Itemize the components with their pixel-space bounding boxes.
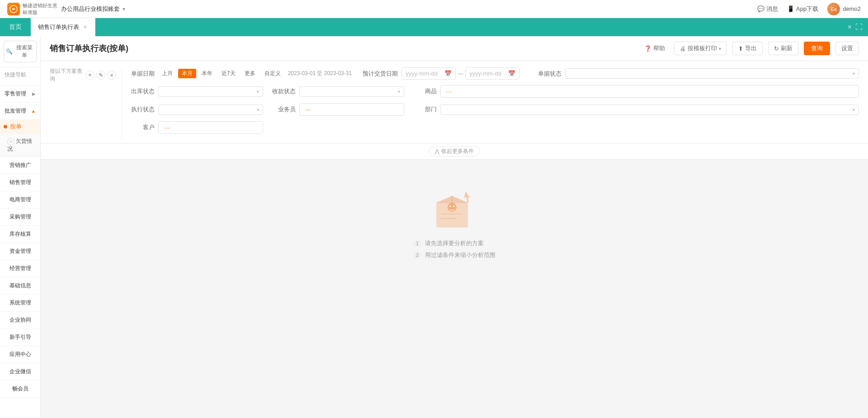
download-icon: 📱: [787, 5, 794, 12]
search-button[interactable]: 查询: [804, 42, 830, 55]
help-icon: ❓: [644, 45, 651, 52]
filter-panel: 按以下方案查询 + ✎ « 单据日期 上月: [41, 61, 868, 143]
sidebar-item-retail[interactable]: 零售管理 ▶: [0, 86, 40, 103]
filter-field-date: 单据日期 上月 本月 本年 近7天 更多 自定义 2023-03-01 至 20…: [127, 69, 352, 78]
sidebar-item-system[interactable]: 系统管理: [0, 294, 40, 312]
collapse-icon: ⋀: [435, 148, 439, 155]
sidebar-item-label: 零售管理: [5, 90, 26, 98]
page-actions: ❓ 帮助 🖨 按模板打印 ▾ ⬆ 导出 ↻ 刷新 查询: [641, 42, 859, 55]
filter-field-goods: 商品 ···: [410, 85, 859, 98]
sidebar-item-marketing[interactable]: 营销推广: [0, 157, 40, 174]
filter-field-salesperson: 业务员 ···: [269, 103, 404, 116]
order-status-dropdown[interactable]: ▾: [565, 68, 859, 79]
expected-date-end[interactable]: yyyy-mm-dd 📅: [465, 67, 519, 80]
goods-more-icon[interactable]: ···: [446, 88, 452, 95]
tab-bar-right: × ⛶: [842, 18, 868, 36]
tip-number-1: 1: [413, 239, 421, 247]
sidebar-item-basics[interactable]: 基础信息: [0, 277, 40, 294]
breadcrumb-arrow[interactable]: ▾: [123, 6, 125, 12]
sidebar-item-purchase[interactable]: 采购管理: [0, 209, 40, 226]
settings-button[interactable]: 设置: [835, 42, 859, 55]
print-button[interactable]: 🖨 按模板打印 ▾: [674, 42, 727, 55]
close-window-icon[interactable]: ×: [848, 23, 852, 31]
date-prev-month[interactable]: 上月: [158, 69, 176, 78]
sidebar-item-sales[interactable]: 销售管理: [0, 174, 40, 191]
delivery-status-dropdown[interactable]: ▾: [158, 86, 263, 97]
empty-tip-2: 2 用过滤条件来缩小分析范围: [413, 251, 495, 259]
filter-field-delivery-status: 出库状态 ▾: [127, 86, 263, 97]
page-header: 销售订单执行表(按单) ❓ 帮助 🖨 按模板打印 ▾ ⬆ 导出 ↻ 刷新: [41, 36, 868, 61]
logo-area: 畅捷进销好生意 标准版: [7, 2, 57, 15]
sidebar-sub-item-shortage[interactable]: ○ 欠货情况: [0, 134, 40, 157]
date-custom[interactable]: 自定义: [261, 69, 284, 78]
search-icon: 🔍: [6, 48, 13, 55]
help-button[interactable]: ❓ 帮助: [641, 43, 669, 54]
date-more[interactable]: 更多: [241, 69, 259, 78]
execution-arrow-icon: ▾: [257, 107, 259, 112]
main-layout: 🔍 搜索菜单 快捷导航 零售管理 ▶ 批发管理 ▲ 按单 ○ 欠货情况 营销推广: [0, 36, 868, 418]
filter-row-3: 执行状态 ▾ 业务员 ··· 部门: [127, 103, 859, 116]
sidebar-item-ecommerce[interactable]: 电商管理: [0, 191, 40, 209]
filter-sidebar-actions: + ✎ «: [85, 71, 116, 80]
dept-dropdown[interactable]: ▾: [440, 104, 859, 115]
collapse-scheme-button[interactable]: «: [107, 71, 116, 80]
sidebar-item-guide[interactable]: 新手引导: [0, 329, 40, 346]
sidebar-item-collab[interactable]: 企业协同: [0, 312, 40, 329]
sidebar-item-operations[interactable]: 经营管理: [0, 260, 40, 277]
sidebar-item-wework[interactable]: 企业微信: [0, 363, 40, 380]
sidebar-item-finance[interactable]: 资金管理: [0, 243, 40, 260]
collection-status-dropdown[interactable]: ▾: [299, 86, 404, 97]
print-icon: 🖨: [680, 45, 686, 52]
sidebar-item-wholesale[interactable]: 批发管理 ▲: [0, 103, 40, 120]
export-icon: ⬆: [738, 45, 743, 52]
filter-field-order-status: 单据状态 ▾: [534, 68, 859, 79]
date-current-month[interactable]: 本月: [178, 69, 196, 78]
expected-date-start[interactable]: yyyy-mm-dd 📅: [401, 67, 456, 80]
maximize-icon[interactable]: ⛶: [855, 23, 863, 31]
tab-sales-order[interactable]: 销售订单执行表 ×: [31, 18, 95, 36]
refresh-icon: ↻: [774, 45, 779, 52]
salesperson-input[interactable]: ···: [299, 103, 404, 116]
chevron-right-icon: ▶: [32, 91, 36, 96]
date-recent7[interactable]: 近7天: [218, 69, 239, 78]
filter-sidebar-title: 按以下方案查询 + ✎ «: [50, 67, 116, 83]
goods-input[interactable]: ···: [440, 85, 859, 98]
tab-home[interactable]: 首页: [0, 18, 31, 36]
order-status-arrow-icon: ▾: [853, 71, 855, 76]
empty-tip-1: 1 请先选择要分析的方案: [413, 239, 495, 247]
date-range-text: 2023-03-01 至 2023-03-31: [288, 70, 352, 77]
svg-point-7: [453, 205, 455, 207]
sidebar-item-inventory[interactable]: 库存核算: [0, 226, 40, 243]
execution-status-dropdown[interactable]: ▾: [158, 104, 263, 115]
search-menu-button[interactable]: 🔍 搜索菜单: [4, 41, 37, 62]
refresh-button[interactable]: ↻ 刷新: [768, 42, 798, 55]
empty-illustration: [427, 187, 481, 232]
dept-arrow-icon: ▾: [853, 107, 855, 112]
message-button[interactable]: 💬 消息: [757, 5, 778, 13]
tab-close-icon[interactable]: ×: [83, 23, 88, 31]
filter-field-collection-status: 收款状态 ▾: [269, 86, 404, 97]
customer-input[interactable]: ···: [158, 121, 263, 134]
add-scheme-button[interactable]: +: [85, 71, 94, 80]
export-button[interactable]: ⬆ 导出: [732, 42, 763, 55]
header-right: 💬 消息 📱 App下载 Ea demo2: [757, 3, 861, 15]
edit-scheme-button[interactable]: ✎: [96, 71, 105, 80]
collection-arrow-icon: ▾: [398, 89, 400, 94]
salesperson-more-icon[interactable]: ···: [305, 106, 311, 113]
sidebar-sub-item-order[interactable]: 按单: [0, 120, 40, 134]
sidebar-item-appstore[interactable]: 应用中心: [0, 346, 40, 363]
sidebar-item-members[interactable]: 畅会员: [0, 380, 40, 398]
filter-field-customer: 客户 ···: [127, 121, 263, 134]
filter-row-1: 单据日期 上月 本月 本年 近7天 更多 自定义 2023-03-01 至 20…: [127, 67, 859, 80]
app-download-button[interactable]: 📱 App下载: [787, 5, 818, 13]
date-current-year[interactable]: 本年: [198, 69, 216, 78]
customer-more-icon[interactable]: ···: [164, 124, 170, 131]
content-area: 销售订单执行表(按单) ❓ 帮助 🖨 按模板打印 ▾ ⬆ 导出 ↻ 刷新: [41, 36, 868, 418]
breadcrumb: 办公用品行业模拟账套 ▾: [61, 5, 125, 13]
message-icon: 💬: [757, 5, 764, 12]
filter-row-2: 出库状态 ▾ 收款状态 ▾ 商品: [127, 85, 859, 98]
user-menu[interactable]: Ea demo2: [827, 3, 861, 15]
collapse-bar: ⋀ 收起更多条件: [41, 143, 868, 160]
empty-tips: 1 请先选择要分析的方案 2 用过滤条件来缩小分析范围: [413, 239, 495, 259]
collapse-button[interactable]: ⋀ 收起更多条件: [429, 146, 480, 157]
